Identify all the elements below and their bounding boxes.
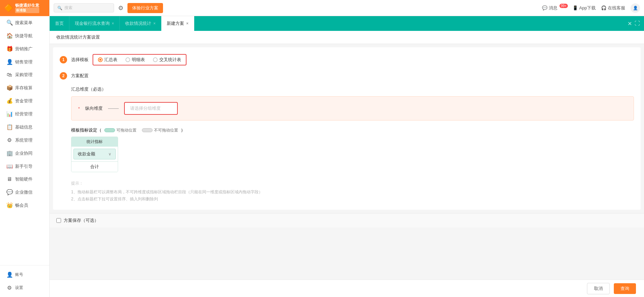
sidebar-item-bottom1[interactable]: 👤 账号 <box>0 268 49 281</box>
sidebar-item-search[interactable]: 🔍 搜索菜单 <box>0 16 49 29</box>
radio-summary[interactable]: 汇总表 <box>98 57 117 63</box>
footer-bar: 取消 查询 <box>50 280 644 297</box>
sales-icon: 👤 <box>6 59 12 65</box>
search-icon: 🔍 <box>6 19 12 26</box>
tab-label-receipts: 收款情况统计 <box>125 20 151 27</box>
indicator-tag-amount[interactable]: 收款金额 ∨ <box>73 149 116 159</box>
save-option-bar: 方案保存（可选） <box>50 213 644 228</box>
notification-icon: 💬 <box>542 5 547 10</box>
tips-area: 提示： 1、拖动标题栏可以调整布局，不可跨维度或指标区域拖动栏目段（只能在同一维… <box>71 180 634 203</box>
tab-label-bank: 现金银行流水查询 <box>75 20 110 27</box>
tab-close-receipts[interactable]: × <box>153 21 156 26</box>
content-area: 收款情况统计方案设置 1 选择模板 汇总表 明细表 <box>50 31 644 297</box>
logo-icon: 🔶 <box>4 4 13 12</box>
close-window-icon[interactable]: ✕ <box>628 20 632 27</box>
main-area: 🔍 搜索 ⚙ 体验行业方案 💬 消息 99+ 📱 App下载 🎧 在线客服 👤 <box>50 0 644 297</box>
sidebar-item-quicknav[interactable]: 🏠 快捷导航 <box>0 29 49 42</box>
wechat-icon: 💬 <box>6 189 12 195</box>
sidebar: 🔶 畅捷通好生意 标准版 🔍 搜索菜单 🏠 快捷导航 🎁 营销推广 👤 销售管理… <box>0 0 50 297</box>
form-area: 1 选择模板 汇总表 明细表 交叉统计表 <box>53 47 641 210</box>
indicator-title-end: ） <box>181 127 185 133</box>
sidebar-item-basic[interactable]: 📋 基础信息 <box>0 120 49 134</box>
tab-home[interactable]: 首页 <box>50 16 69 31</box>
tab-newplan[interactable]: 新建方案× <box>161 16 194 31</box>
dimension-select[interactable]: 请选择分组维度 <box>124 102 178 115</box>
radio-detail[interactable]: 明细表 <box>125 57 145 63</box>
sidebar-logo: 🔶 畅捷通好生意 标准版 <box>0 0 49 16</box>
sidebar-item-label-sales: 销售管理 <box>15 59 33 65</box>
topbar-right: 💬 消息 99+ 📱 App下载 🎧 在线客服 👤 <box>542 3 640 13</box>
tab-label-home: 首页 <box>55 20 64 27</box>
sidebar-item-label-member: 畅会员 <box>15 202 28 208</box>
sidebar-bottom-label1: 账号 <box>15 272 23 278</box>
sidebar-item-sales[interactable]: 👤 销售管理 <box>0 55 49 68</box>
settings-icon: ⚙ <box>6 285 12 291</box>
page-header: 收款情况统计方案设置 <box>50 31 644 44</box>
sidebar-item-hardware[interactable]: 🖥 智能硬件 <box>0 173 49 186</box>
step2-num: 2 <box>60 72 67 80</box>
sidebar-item-wechat[interactable]: 💬 企业微信 <box>0 186 49 199</box>
search-icon: 🔍 <box>57 6 62 10</box>
dimension-row: * 纵向维度 —— 请选择分组维度 <box>78 102 627 115</box>
tabbar: 首页现金银行流水查询×收款情况统计×新建方案× ✕ ⛶ <box>50 16 644 31</box>
required-label: * <box>78 106 80 111</box>
sidebar-item-guide[interactable]: 📖 新手引导 <box>0 160 49 173</box>
dimension-title: 汇总维度（必选） <box>71 86 634 92</box>
tab-receipts[interactable]: 收款情况统计× <box>120 16 161 31</box>
marketing-icon: 🎁 <box>6 46 12 52</box>
step1-label: 选择模板 <box>71 57 89 63</box>
industry-btn[interactable]: 体验行业方案 <box>127 3 163 13</box>
basic-icon: 📋 <box>6 124 12 130</box>
tab-bank[interactable]: 现金银行流水查询× <box>69 16 120 31</box>
legend-draggable: 可拖动位置 <box>104 128 137 133</box>
sidebar-item-label-guide: 新手引导 <box>15 163 33 169</box>
topbar-search-box[interactable]: 🔍 搜索 <box>54 3 114 12</box>
sidebar-item-bottom2[interactable]: ⚙ 设置 <box>0 281 49 294</box>
topbar: 🔍 搜索 ⚙ 体验行业方案 💬 消息 99+ 📱 App下载 🎧 在线客服 👤 <box>50 0 644 16</box>
sidebar-item-label-marketing: 营销推广 <box>15 46 33 52</box>
tag-label: 收款金额 <box>78 151 95 157</box>
tab-close-bank[interactable]: × <box>112 21 114 26</box>
save-option-label: 方案保存（可选） <box>64 217 99 224</box>
radio-summary-label: 汇总表 <box>104 57 117 63</box>
cancel-button[interactable]: 取消 <box>587 283 610 294</box>
sidebar-item-label-inventory: 库存核算 <box>15 85 33 91</box>
fixed-indicator <box>142 128 153 132</box>
sidebar-item-label-finance: 资金管理 <box>15 98 33 104</box>
sidebar-item-label-hardware: 智能硬件 <box>15 176 33 182</box>
support-item[interactable]: 🎧 在线客服 <box>601 5 625 11</box>
member-icon: 👑 <box>6 202 12 208</box>
download-item[interactable]: 📱 App下载 <box>573 5 596 11</box>
maximize-icon[interactable]: ⛶ <box>635 20 640 27</box>
radio-cross-circle <box>153 57 158 62</box>
search-text: 搜索 <box>64 5 72 11</box>
download-label: App下载 <box>579 5 596 11</box>
tag-dropdown-icon[interactable]: ∨ <box>108 152 111 156</box>
query-button[interactable]: 查询 <box>614 283 636 294</box>
sidebar-item-marketing[interactable]: 🎁 营销推广 <box>0 42 49 55</box>
sidebar-item-inventory[interactable]: 📦 库存核算 <box>0 81 49 94</box>
avatar[interactable]: 👤 <box>631 3 640 13</box>
sidebar-item-finance[interactable]: 💰 资金管理 <box>0 94 49 107</box>
radio-detail-circle <box>125 57 130 62</box>
notification-label: 消息 <box>549 5 557 11</box>
radio-cross[interactable]: 交叉统计表 <box>153 57 181 63</box>
step1-num: 1 <box>60 56 67 63</box>
sidebar-item-purchase[interactable]: 🛍 采购管理 <box>0 68 49 81</box>
sidebar-item-label-purchase: 采购管理 <box>15 72 33 78</box>
tab-close-newplan[interactable]: × <box>186 21 189 26</box>
notification-item[interactable]: 💬 消息 99+ <box>542 5 567 11</box>
save-checkbox[interactable] <box>56 218 61 223</box>
sidebar-item-system[interactable]: ⚙ 系统管理 <box>0 134 49 147</box>
sidebar-item-member[interactable]: 👑 畅会员 <box>0 199 49 212</box>
system-icon: ⚙ <box>6 137 12 143</box>
sidebar-item-business[interactable]: 📊 经营管理 <box>0 107 49 120</box>
sidebar-item-enterprise[interactable]: 🏢 企业协同 <box>0 147 49 160</box>
enterprise-icon: 🏢 <box>6 150 12 156</box>
business-icon: 📊 <box>6 111 12 117</box>
gear-icon[interactable]: ⚙ <box>118 4 123 12</box>
quicknav-icon: 🏠 <box>6 33 12 39</box>
notification-badge: 99+ <box>559 4 568 8</box>
step1-row: 1 选择模板 汇总表 明细表 交叉统计表 <box>60 54 634 65</box>
tabbar-actions: ✕ ⛶ <box>624 16 644 31</box>
